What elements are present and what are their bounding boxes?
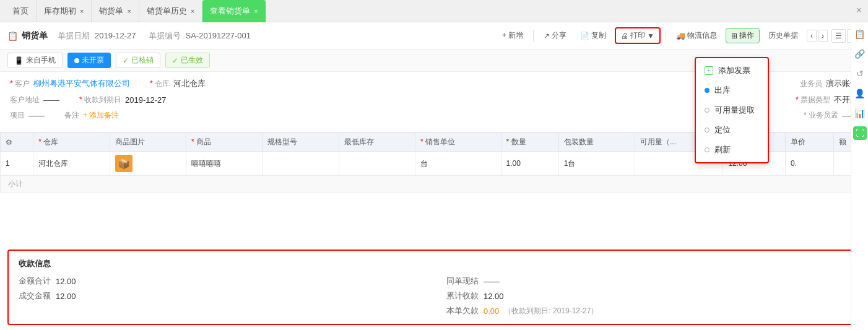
project-value: —— xyxy=(28,111,45,120)
payment-grid: 金额合计 12.00 同单现结 —— 成交金额 12.00 累计收款 12.00… xyxy=(19,276,849,316)
operation-dropdown: + 添加发票 出库 可用量提取 定位 刷新 xyxy=(695,57,769,163)
warehouse-label: 仓库 xyxy=(150,79,170,89)
divider2 xyxy=(666,30,666,41)
address-label: 客户地址 xyxy=(10,95,40,105)
effective-button[interactable]: ✓ 已生效 xyxy=(165,53,210,68)
product-img-icon: 📦 xyxy=(118,158,130,170)
warehouse-value: 河北仓库 xyxy=(173,78,206,89)
ship-out-icon xyxy=(705,88,710,93)
th-sales-unit: * 销售单位 xyxy=(415,133,501,152)
sidebar-refresh-icon[interactable]: ↺ xyxy=(853,67,867,80)
logistics-button[interactable]: 🚚 物流信息 xyxy=(671,28,722,43)
nav-arrows: ‹ › xyxy=(807,30,828,42)
divider1 xyxy=(533,30,534,41)
customer-value[interactable]: 柳州粤港平安气体有限公司 xyxy=(33,78,130,89)
deal-amount-item: 成交金额 12.00 xyxy=(19,290,422,302)
history-button[interactable]: 历史单据 xyxy=(763,28,803,43)
th-quantity: * 数量 xyxy=(501,133,558,152)
prev-record-button[interactable]: ‹ xyxy=(807,30,817,42)
sidebar-copy-icon[interactable]: 📋 xyxy=(853,27,867,41)
refresh-icon xyxy=(705,147,710,152)
next-record-button[interactable]: › xyxy=(818,30,828,42)
total-value: 12.00 xyxy=(56,277,76,286)
th-product: * 商品 xyxy=(186,133,262,152)
payment-date-field: 收款到期日 2019-12-27 xyxy=(79,95,167,105)
row-sales-unit: 台 xyxy=(415,152,501,176)
new-button[interactable]: + 新增 xyxy=(497,28,528,43)
staff-label: 业务员 xyxy=(800,79,822,89)
share-icon: ↗ xyxy=(544,32,550,40)
available-qty-icon xyxy=(705,108,710,113)
row-product-img: 📦 xyxy=(110,152,186,176)
tab-inventory-init[interactable]: 库存期初 × xyxy=(37,0,92,22)
tab-home[interactable]: 首页 xyxy=(5,0,37,22)
refresh-item[interactable]: 刷新 xyxy=(696,140,768,160)
note-label: 备注 xyxy=(64,110,79,121)
subtotal-row: 小计 xyxy=(1,176,868,193)
close-inventory-tab[interactable]: × xyxy=(80,7,84,15)
copy-icon: 📄 xyxy=(580,32,589,40)
close-history-tab[interactable]: × xyxy=(191,7,194,15)
address-value: —— xyxy=(43,95,59,105)
row-warehouse: 河北仓库 xyxy=(33,152,110,176)
customer-label: 客户 xyxy=(10,79,30,89)
payment-date-value: 2019-12-27 xyxy=(125,95,167,105)
locate-item[interactable]: 定位 xyxy=(696,120,768,140)
row-min-stock xyxy=(339,152,415,176)
share-button[interactable]: ↗ 分享 xyxy=(539,28,571,43)
add-invoice-item[interactable]: + 添加发票 xyxy=(696,61,768,80)
ship-out-item[interactable]: 出库 xyxy=(696,80,768,100)
sidebar-user-icon[interactable]: 👤 xyxy=(853,87,867,100)
window-close-button[interactable]: × xyxy=(856,5,862,16)
dot-blue-icon xyxy=(74,58,79,63)
customer-field: 客户 柳州粤港平安气体有限公司 xyxy=(10,78,130,89)
th-min-stock: 最低库存 xyxy=(339,133,415,152)
doc-header: 📋 销货单 单据日期 2019-12-27 单据编号 SA-20191227-0… xyxy=(0,22,868,50)
payment-section: 收款信息 金额合计 12.00 同单现结 —— 成交金额 12.00 累计收款 … xyxy=(7,250,861,325)
sidebar-link-icon[interactable]: 🔗 xyxy=(853,47,867,61)
print-icon: 🖨 xyxy=(621,32,628,40)
deal-amount-label: 成交金额 xyxy=(19,290,51,302)
this-order-value: 0.00 xyxy=(484,306,499,316)
cumulative-value: 12.00 xyxy=(484,292,504,301)
operation-button[interactable]: ⊞ 操作 xyxy=(726,28,760,43)
doc-meta: 单据日期 2019-12-27 单据编号 SA-20191227-001 xyxy=(58,30,251,41)
project-field: 项目 —— xyxy=(10,110,45,121)
print-dropdown-icon: ▼ xyxy=(647,32,654,40)
available-qty-item[interactable]: 可用量提取 xyxy=(696,100,768,120)
print-button[interactable]: 🖨 打印 ▼ xyxy=(615,27,661,44)
sales-order-icon: 📋 xyxy=(7,31,18,41)
th-settings[interactable]: ⚙ xyxy=(1,133,33,152)
th-warehouse: * 仓库 xyxy=(33,133,110,152)
bill-type-field: 票据类型 不开票 xyxy=(796,94,858,105)
date-label: 单据日期 xyxy=(58,30,90,41)
cumulative-item: 累计收款 12.00 xyxy=(446,290,849,302)
th-unit-price: 单价 xyxy=(786,133,834,152)
right-sidebar: 📋 🔗 ↺ 👤 📊 ⛶ xyxy=(851,22,868,330)
doc-actions: + 新增 ↗ 分享 📄 复制 🖨 打印 ▼ 🚚 物流 xyxy=(497,27,861,44)
verified-button[interactable]: ✓ 已核销 xyxy=(116,53,160,68)
row-product: 嘻嘻嘻嘻 xyxy=(186,152,262,176)
logistics-icon: 🚚 xyxy=(676,32,685,40)
doc-title-text: 销货单 xyxy=(22,30,48,41)
close-view-tab[interactable]: × xyxy=(254,7,258,15)
add-note-button[interactable]: + 添加备注 xyxy=(83,110,119,121)
tab-view-sales[interactable]: 查看销货单 × xyxy=(202,0,266,22)
subtotal-label: 小计 xyxy=(1,176,868,193)
list-view-button[interactable]: ☰ xyxy=(831,29,846,43)
warehouse-field: 仓库 河北仓库 xyxy=(150,78,206,89)
sidebar-chart-icon[interactable]: 📊 xyxy=(853,106,867,120)
close-sales-tab[interactable]: × xyxy=(127,7,131,15)
copy-button[interactable]: 📄 复制 xyxy=(575,28,611,43)
settings-icon: ⚙ xyxy=(6,138,12,147)
th-spec: 规格型号 xyxy=(263,133,339,152)
tab-sales-history[interactable]: 销货单历史 × xyxy=(139,0,202,22)
tab-sales-order[interactable]: 销货单 × xyxy=(92,0,139,22)
row-unit-price: 0. xyxy=(786,152,834,176)
due-hint: （收款到期日: 2019-12-27） xyxy=(504,306,598,316)
sidebar-expand-icon[interactable]: ⛶ xyxy=(853,126,867,140)
from-phone-button[interactable]: 📱 来自手机 xyxy=(7,53,63,68)
not-open-button[interactable]: 未开票 xyxy=(67,53,111,68)
cumulative-label: 累计收款 xyxy=(446,290,479,302)
this-order-label: 本单欠款 xyxy=(446,305,479,316)
